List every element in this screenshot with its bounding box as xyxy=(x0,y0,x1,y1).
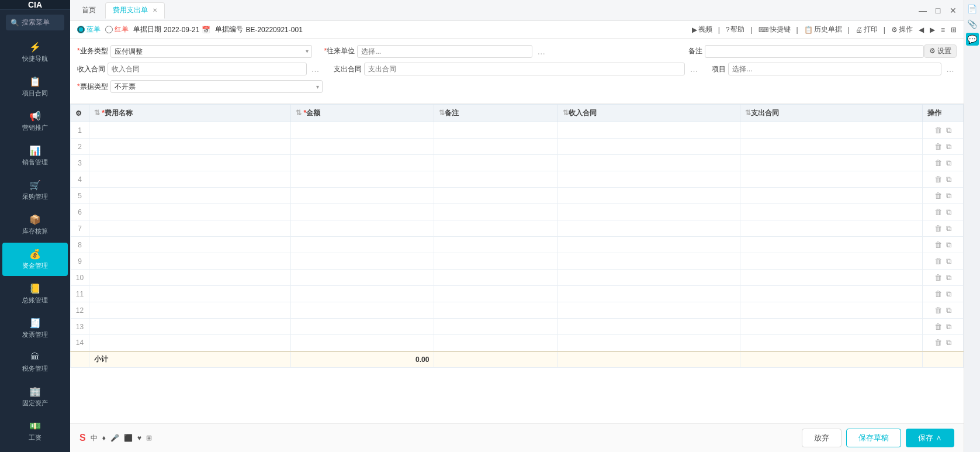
expense-contract-dots-btn[interactable]: … xyxy=(687,64,700,74)
radio-red[interactable] xyxy=(105,26,113,33)
income-contract-dots-btn[interactable]: … xyxy=(309,64,322,74)
edge-attach-btn[interactable]: 📎 xyxy=(966,18,979,30)
expense-name-cell[interactable] xyxy=(89,122,291,139)
sort-income-icon[interactable]: ⇅ xyxy=(563,109,569,117)
delete-row-btn[interactable]: 🗑 xyxy=(933,208,943,216)
window-minimize-button[interactable]: — xyxy=(917,5,929,16)
sort-amount-icon[interactable]: ⇅ xyxy=(296,109,302,117)
delete-row-btn[interactable]: 🗑 xyxy=(933,191,943,200)
delete-row-btn[interactable]: 🗑 xyxy=(933,273,943,282)
amount-cell[interactable] xyxy=(291,139,434,155)
note-cell[interactable] xyxy=(434,319,558,335)
sidebar-item-marketing[interactable]: 📢 营销推广 xyxy=(2,105,68,138)
partner-dots-btn[interactable]: … xyxy=(535,47,548,56)
operations-btn[interactable]: ⚙ 操作 xyxy=(891,25,913,34)
expense-contract-cell[interactable] xyxy=(740,220,923,237)
sort-expense-icon[interactable]: ⇅ xyxy=(745,109,751,117)
sort-note-icon[interactable]: ⇅ xyxy=(439,109,445,117)
income-contract-cell[interactable] xyxy=(558,237,740,253)
copy-row-btn[interactable]: ⧉ xyxy=(945,338,953,347)
business-type-select[interactable]: 应付调整 xyxy=(110,45,313,58)
delete-row-btn[interactable]: 🗑 xyxy=(933,289,943,298)
amount-cell[interactable] xyxy=(291,122,434,139)
income-contract-cell[interactable] xyxy=(558,335,740,351)
sidebar-item-capital[interactable]: 💰 资金管理 xyxy=(2,243,68,276)
delete-row-btn[interactable]: 🗑 xyxy=(933,158,943,167)
tab-home[interactable]: 首页 xyxy=(75,2,103,19)
shortcut-btn[interactable]: ⌨ 快捷键 xyxy=(759,25,791,34)
partner-input[interactable] xyxy=(357,45,532,58)
sidebar-item-project-contract[interactable]: 📋 项目合同 xyxy=(2,70,68,103)
tab-expense-close[interactable]: ✕ xyxy=(153,7,157,13)
copy-row-btn[interactable]: ⧉ xyxy=(945,224,953,233)
tool-block-btn[interactable]: ⬛ xyxy=(124,434,133,442)
amount-cell[interactable] xyxy=(291,286,434,302)
expense-contract-cell[interactable] xyxy=(740,188,923,204)
sidebar-item-operations[interactable]: 📈 经营管理 xyxy=(2,449,68,452)
note-cell[interactable] xyxy=(434,270,558,286)
edge-chat-btn[interactable]: 💬 xyxy=(966,33,979,46)
search-menu-button[interactable]: 🔍 搜索菜单 xyxy=(6,15,64,30)
copy-row-btn[interactable]: ⧉ xyxy=(945,208,953,217)
expense-name-cell[interactable] xyxy=(89,188,291,204)
note-cell[interactable] xyxy=(434,188,558,204)
nav-prev-btn[interactable]: ◀ xyxy=(919,26,924,34)
sidebar-item-accounting[interactable]: 📒 总账管理 xyxy=(2,277,68,310)
note-cell[interactable] xyxy=(434,155,558,171)
note-cell[interactable] xyxy=(434,204,558,220)
edge-doc-btn[interactable]: 📄 xyxy=(966,2,979,15)
th-settings[interactable]: ⚙ xyxy=(71,105,89,122)
window-close-button[interactable]: ✕ xyxy=(947,5,959,16)
income-contract-cell[interactable] xyxy=(558,270,740,286)
delete-row-btn[interactable]: 🗑 xyxy=(933,126,943,134)
income-contract-cell[interactable] xyxy=(558,139,740,155)
tool-diamond-btn[interactable]: ♦ xyxy=(102,434,106,442)
print-btn[interactable]: 🖨 打印 xyxy=(856,25,878,34)
expense-name-cell[interactable] xyxy=(89,139,291,155)
sidebar-item-salary[interactable]: 💵 工资 xyxy=(2,415,68,448)
income-contract-cell[interactable] xyxy=(558,319,740,335)
expense-contract-cell[interactable] xyxy=(740,237,923,253)
expense-name-cell[interactable] xyxy=(89,204,291,220)
expense-contract-cell[interactable] xyxy=(740,270,923,286)
income-contract-cell[interactable] xyxy=(558,122,740,139)
income-contract-cell[interactable] xyxy=(558,188,740,204)
expense-name-cell[interactable] xyxy=(89,302,291,319)
sidebar-item-sales[interactable]: 📊 销售管理 xyxy=(2,139,68,172)
view-list-btn[interactable]: ≡ xyxy=(941,26,945,34)
expense-name-cell[interactable] xyxy=(89,319,291,335)
copy-row-btn[interactable]: ⧉ xyxy=(945,126,953,135)
note-cell[interactable] xyxy=(434,286,558,302)
income-contract-cell[interactable] xyxy=(558,253,740,270)
note-cell[interactable] xyxy=(434,171,558,188)
amount-cell[interactable] xyxy=(291,335,434,351)
expense-contract-cell[interactable] xyxy=(740,253,923,270)
sort-up-icon[interactable]: ⇅ xyxy=(94,109,100,117)
expense-contract-cell[interactable] xyxy=(740,171,923,188)
delete-row-btn[interactable]: 🗑 xyxy=(933,322,943,331)
copy-row-btn[interactable]: ⧉ xyxy=(945,273,953,282)
history-btn[interactable]: 📋 历史单据 xyxy=(804,25,842,34)
delete-row-btn[interactable]: 🗑 xyxy=(933,257,943,265)
help-btn[interactable]: ? 帮助 xyxy=(726,25,745,34)
copy-row-btn[interactable]: ⧉ xyxy=(945,322,953,332)
expense-name-cell[interactable] xyxy=(89,220,291,237)
view-grid-btn[interactable]: ⊞ xyxy=(951,26,957,34)
income-contract-cell[interactable] xyxy=(558,155,740,171)
expense-contract-cell[interactable] xyxy=(740,335,923,351)
project-dots-btn[interactable]: … xyxy=(944,64,957,74)
calendar-icon[interactable]: 📅 xyxy=(202,26,210,34)
expense-name-cell[interactable] xyxy=(89,253,291,270)
delete-row-btn[interactable]: 🗑 xyxy=(933,224,943,233)
income-contract-cell[interactable] xyxy=(558,220,740,237)
radio-blue[interactable] xyxy=(77,26,85,33)
copy-row-btn[interactable]: ⧉ xyxy=(945,240,953,250)
radio-blue-label[interactable]: 蓝单 xyxy=(77,25,101,34)
amount-cell[interactable] xyxy=(291,319,434,335)
tool-zhong-btn[interactable]: 中 xyxy=(91,433,98,443)
expense-contract-cell[interactable] xyxy=(740,286,923,302)
note-input[interactable] xyxy=(705,45,923,58)
expense-contract-cell[interactable] xyxy=(740,204,923,220)
sidebar-item-purchase[interactable]: 🛒 采购管理 xyxy=(2,174,68,207)
amount-cell[interactable] xyxy=(291,155,434,171)
